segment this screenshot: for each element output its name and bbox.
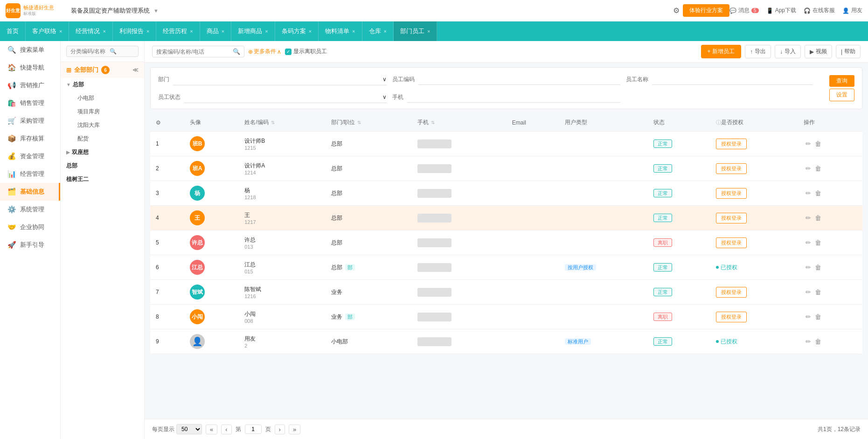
toggle-icon[interactable]: ▶	[66, 150, 70, 155]
online-service-item[interactable]: 🎧 在线客服	[804, 7, 835, 14]
app-download-item[interactable]: 📱 App下载	[766, 7, 796, 14]
th-settings[interactable]: ⚙	[150, 114, 184, 132]
sidebar-item-guide[interactable]: 🚀 新手引导	[0, 236, 60, 254]
delete-button[interactable]: 🗑	[813, 139, 823, 148]
tree-node-peihuo[interactable]: 配货	[66, 132, 144, 146]
th-dept[interactable]: 部门/职位 ⇅	[326, 114, 412, 132]
th-phone[interactable]: 手机 ⇅	[412, 114, 507, 132]
edit-button[interactable]: ✏	[804, 287, 813, 297]
tree-node-zongbu-parent[interactable]: ▼ 总部	[61, 78, 144, 91]
tab-home[interactable]: 首页	[0, 21, 26, 41]
close-icon[interactable]: ×	[427, 28, 430, 34]
next-page-button[interactable]: ›	[275, 425, 285, 434]
tree-node-zongbu2[interactable]: 总部	[61, 159, 144, 173]
close-icon[interactable]: ×	[222, 28, 224, 34]
auth-login-button[interactable]: 授权登录	[716, 163, 747, 174]
dropdown-arrow[interactable]: ▼	[153, 8, 159, 14]
delete-button[interactable]: 🗑	[813, 164, 823, 173]
edit-button[interactable]: ✏	[804, 263, 813, 272]
employee-code-input[interactable]	[418, 74, 621, 85]
help-button[interactable]: | 帮助	[836, 45, 861, 58]
close-icon[interactable]: ×	[190, 28, 193, 34]
sidebar-item-inventory[interactable]: 📦 库存核算	[0, 130, 60, 147]
tree-node-zhishu[interactable]: 植树王二	[61, 173, 144, 186]
message-item[interactable]: 💬 消息 5	[729, 7, 759, 14]
prev-page-button[interactable]: ‹	[221, 425, 231, 434]
sidebar-item-search[interactable]: 🔍 搜索菜单	[0, 41, 60, 59]
close-icon[interactable]: ×	[265, 28, 268, 34]
sidebar-item-purchase[interactable]: 🛒 采购管理	[0, 112, 60, 130]
edit-button[interactable]: ✏	[804, 312, 813, 321]
edit-button[interactable]: ✏	[804, 139, 813, 148]
sidebar-item-marketing[interactable]: 📢 营销推广	[0, 77, 60, 94]
sidebar-item-collab[interactable]: 🤝 企业协同	[0, 218, 60, 236]
tab-employees[interactable]: 部门员工 ×	[394, 21, 437, 41]
import-button[interactable]: ↓ 导入	[775, 45, 801, 58]
delete-button[interactable]: 🗑	[813, 213, 823, 223]
auth-login-button[interactable]: 授权登录	[716, 312, 747, 322]
edit-button[interactable]: ✏	[804, 188, 813, 198]
close-icon[interactable]: ×	[352, 28, 355, 34]
first-page-button[interactable]: «	[206, 425, 217, 434]
edit-button[interactable]: ✏	[804, 238, 813, 247]
all-dept-item[interactable]: ⊞ 全部部门 6 ≪	[61, 62, 144, 78]
th-name[interactable]: 姓名/编码 ⇅	[239, 114, 325, 132]
dept-filter-select[interactable]: ∨	[173, 73, 387, 85]
tree-node-shuangzuo[interactable]: ▶ 双座想	[61, 146, 144, 159]
tree-node-xiangmu[interactable]: 项目库房	[66, 105, 144, 118]
view-button[interactable]: ▶ 视频	[805, 45, 832, 58]
tree-node-xiaodian[interactable]: 小电部	[66, 91, 144, 105]
settings-button[interactable]: ⚙	[670, 4, 683, 17]
reset-button[interactable]: 设置	[829, 89, 854, 101]
delete-button[interactable]: 🗑	[813, 287, 823, 297]
delete-button[interactable]: 🗑	[813, 238, 823, 247]
sidebar-item-quicknav[interactable]: 🏠 快捷导航	[0, 59, 60, 77]
tab-operation[interactable]: 经营情况 ×	[69, 21, 112, 41]
delete-button[interactable]: 🗑	[813, 263, 823, 272]
close-icon[interactable]: ×	[146, 28, 149, 34]
tab-warehouse[interactable]: 仓库 ×	[362, 21, 394, 41]
query-button[interactable]: 查询	[829, 75, 854, 87]
search-box[interactable]: 🔍	[152, 46, 244, 57]
close-icon[interactable]: ×	[103, 28, 105, 34]
sidebar-item-finance[interactable]: 💰 资金管理	[0, 147, 60, 165]
sidebar-item-sales[interactable]: 🛍️ 销售管理	[0, 94, 60, 112]
dept-search-box[interactable]: 🔍	[66, 46, 139, 57]
tab-barcode[interactable]: 条码方案 ×	[275, 21, 319, 41]
add-employee-button[interactable]: + 新增员工	[701, 45, 741, 58]
search-input[interactable]	[156, 49, 231, 55]
sidebar-item-operation[interactable]: 📊 经营管理	[0, 165, 60, 183]
auth-login-button[interactable]: 授权登录	[716, 237, 747, 248]
auth-login-button[interactable]: 授权登录	[716, 188, 747, 199]
tab-customer[interactable]: 客户联络 ×	[26, 21, 69, 41]
status-filter-select[interactable]: ∨	[184, 91, 387, 103]
trial-button[interactable]: 体验行业方案	[683, 4, 729, 17]
tab-profit[interactable]: 利润报告 ×	[113, 21, 156, 41]
last-page-button[interactable]: »	[289, 425, 300, 434]
toggle-icon[interactable]: ▼	[66, 82, 71, 87]
user-item[interactable]: 👤 用友	[842, 7, 862, 14]
close-icon[interactable]: ×	[309, 28, 312, 34]
auth-login-button[interactable]: 授权登录	[716, 287, 747, 298]
show-resigned-toggle[interactable]: ✓ 显示离职员工	[285, 48, 327, 56]
auth-login-button[interactable]: 授权登录	[716, 213, 747, 223]
per-page-select[interactable]: 50 100	[176, 424, 202, 434]
tab-history[interactable]: 经营历程 ×	[156, 21, 200, 41]
tab-addgoods[interactable]: 新增商品 ×	[231, 21, 275, 41]
tab-goods[interactable]: 商品 ×	[200, 21, 231, 41]
edit-button[interactable]: ✏	[804, 164, 813, 173]
tree-node-shenyang[interactable]: 沈阳大库	[66, 118, 144, 132]
delete-button[interactable]: 🗑	[813, 188, 823, 198]
auth-login-button[interactable]: 授权登录	[716, 139, 747, 149]
export-button[interactable]: ↑ 导出	[745, 45, 771, 58]
dept-search-input[interactable]	[70, 48, 108, 55]
employee-name-input[interactable]	[652, 74, 812, 85]
delete-button[interactable]: 🗑	[813, 337, 823, 346]
close-icon[interactable]: ×	[384, 28, 387, 34]
more-filter-btn[interactable]: ⊕ 更多条件 ∧	[248, 48, 281, 56]
close-icon[interactable]: ×	[59, 28, 62, 34]
sidebar-item-system[interactable]: ⚙️ 系统管理	[0, 201, 60, 218]
collapse-icon[interactable]: ≪	[132, 67, 139, 73]
edit-button[interactable]: ✏	[804, 337, 813, 346]
delete-button[interactable]: 🗑	[813, 312, 823, 321]
